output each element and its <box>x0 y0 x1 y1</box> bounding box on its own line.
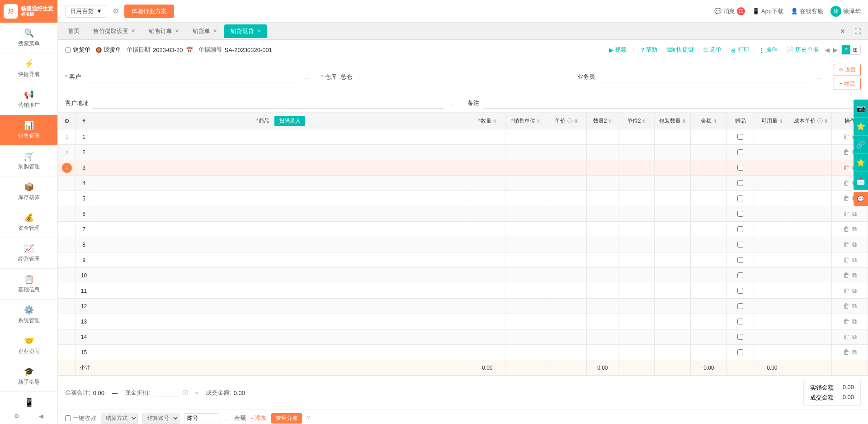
copy-icon[interactable]: ⧉ <box>852 302 857 310</box>
gift-checkbox[interactable] <box>737 349 743 355</box>
copy-icon[interactable]: ⧉ <box>852 241 857 248</box>
expense-split-button[interactable]: 费用分摊 <box>271 413 302 424</box>
sort-icon[interactable]: ⇅ <box>493 119 496 124</box>
sidebar-item-enterprise[interactable]: 🤝 企业协同 <box>0 330 57 361</box>
account-no-input[interactable] <box>184 413 220 423</box>
print-action[interactable]: 🖨 打印 <box>728 44 752 55</box>
info-icon[interactable]: ⓘ <box>183 389 188 397</box>
sort-icon[interactable]: ⇅ <box>713 119 717 124</box>
gift-checkbox[interactable] <box>737 134 743 140</box>
td-unit-price[interactable] <box>546 129 587 145</box>
td-amount[interactable] <box>691 145 727 160</box>
delete-icon[interactable]: 🗑 <box>843 302 849 310</box>
sidebar-item-operations[interactable]: 📈 经营管理 <box>0 238 57 269</box>
tab-sales-return[interactable]: 销货退货 ✕ <box>224 24 267 38</box>
sidebar-settings-icon[interactable]: ⚙ <box>14 413 19 419</box>
sort-icon[interactable]: ⇅ <box>779 119 783 124</box>
info-icon[interactable]: ? <box>307 415 310 421</box>
td-pack-qty[interactable] <box>655 160 691 176</box>
tab-price-settings[interactable]: 售价提取设置 ✕ <box>87 24 142 38</box>
one-key-payment-checkbox[interactable] <box>65 415 71 421</box>
sidebar-item-search[interactable]: 🔍 搜索菜单 <box>0 23 57 53</box>
delete-icon[interactable]: 🗑 <box>843 164 849 172</box>
td-available[interactable] <box>754 145 790 160</box>
td-amount[interactable] <box>691 129 727 145</box>
cash-discount-input[interactable] <box>153 389 180 396</box>
gift-checkbox[interactable] <box>737 242 743 248</box>
td-quantity2[interactable] <box>587 160 618 176</box>
sidebar-item-system[interactable]: ⚙️ 系统管理 <box>0 300 57 330</box>
td-product[interactable] <box>92 145 469 160</box>
tab-sales-order[interactable]: 销售订单 ✕ <box>142 24 185 38</box>
delete-icon[interactable]: 🗑 <box>843 348 849 356</box>
delete-icon[interactable]: 🗑 <box>843 210 849 218</box>
delete-icon[interactable]: 🗑 <box>843 333 849 341</box>
customer-select-btn[interactable]: ... <box>302 74 312 81</box>
warehouse-select-btn[interactable]: ... <box>356 74 366 81</box>
account-select[interactable]: 结算账号 <box>142 413 179 424</box>
td-quantity2[interactable] <box>587 129 618 145</box>
shortcuts-action[interactable]: ⌨ 快捷键 <box>664 44 697 55</box>
radio-delivery-input[interactable] <box>65 47 71 53</box>
gift-checkbox[interactable] <box>737 165 743 171</box>
window-close-button[interactable]: ✕ <box>836 27 849 36</box>
video-action[interactable]: ▶ 视频 <box>606 44 629 55</box>
delete-icon[interactable]: 🗑 <box>843 148 849 156</box>
nav-next-icon[interactable]: ▶ <box>833 47 838 53</box>
sort-icon[interactable]: ⇅ <box>824 119 828 124</box>
tab-home[interactable]: 首页 <box>61 24 86 38</box>
copy-icon[interactable]: ⧉ <box>852 348 857 356</box>
table-gear-icon[interactable]: ⚙ <box>64 118 70 124</box>
sidebar-item-shortcut[interactable]: ⚡ 快捷导航 <box>0 53 57 84</box>
delete-icon[interactable]: 🗑 <box>843 195 849 202</box>
delete-icon[interactable]: 🗑 <box>843 272 849 279</box>
delete-icon[interactable]: 🗑 <box>843 179 849 187</box>
td-quantity[interactable] <box>469 160 505 176</box>
td-pack-qty[interactable] <box>655 145 691 160</box>
customer-input[interactable] <box>85 71 298 82</box>
copy-icon[interactable]: ⧉ <box>852 256 857 264</box>
sidebar-item-marketing[interactable]: 📢 营销推广 <box>0 84 57 115</box>
sort-icon[interactable]: ⇅ <box>642 119 646 124</box>
gift-checkbox[interactable] <box>737 195 743 201</box>
help-action[interactable]: ? 帮助 <box>638 44 660 55</box>
notes-input[interactable] <box>483 98 861 109</box>
tab-close-icon[interactable]: ✕ <box>175 28 179 34</box>
star-icon-button[interactable]: ⭐ <box>854 118 868 136</box>
address-input[interactable] <box>92 98 444 109</box>
td-sales-unit[interactable] <box>505 145 546 160</box>
nav-prev-icon[interactable]: ◀ <box>825 47 830 53</box>
sidebar-collapse-icon[interactable]: ◀ <box>39 413 43 419</box>
sidebar-item-appstore[interactable]: 📱 应用中心 <box>0 392 57 408</box>
gift-checkbox[interactable] <box>737 149 743 155</box>
mail-icon-button[interactable]: 📩 <box>854 172 868 190</box>
link-icon-button[interactable]: 🔗 <box>854 136 868 154</box>
copy-icon[interactable]: ⧉ <box>852 318 857 325</box>
window-maximize-button[interactable]: ⛶ <box>851 27 864 36</box>
calendar-icon[interactable]: 📅 <box>186 47 193 53</box>
tab-close-icon[interactable]: ✕ <box>213 28 217 34</box>
scan-button[interactable]: 扫码录入 <box>274 116 305 126</box>
app-download[interactable]: 📱 App下载 <box>752 7 783 15</box>
delete-icon[interactable]: 🗑 <box>843 318 849 325</box>
address-select-btn[interactable]: ... <box>448 100 458 107</box>
td-unit2[interactable] <box>618 129 655 145</box>
sort-icon[interactable]: ⇅ <box>574 119 578 124</box>
gift-checkbox[interactable] <box>737 288 743 294</box>
gift-checkbox[interactable] <box>737 303 743 309</box>
operations-action[interactable]: ⋮ 操作 <box>756 44 780 55</box>
radio-return-input[interactable] <box>96 47 102 53</box>
settings-button[interactable]: ⚙ 设置 <box>834 64 861 76</box>
td-product[interactable] <box>92 160 469 176</box>
td-product[interactable] <box>92 129 469 145</box>
td-cost-price[interactable] <box>790 160 832 176</box>
chat-button[interactable]: 💬 <box>854 192 868 206</box>
sidebar-item-inventory[interactable]: 📦 库存核算 <box>0 176 57 207</box>
online-service[interactable]: 👤 在线客服 <box>791 7 823 15</box>
salesperson-select-btn[interactable]: ... <box>814 74 825 81</box>
product-input[interactable] <box>96 164 465 171</box>
sidebar-item-guide[interactable]: 🎓 新手引导 <box>0 361 57 392</box>
gift-checkbox[interactable] <box>737 226 743 232</box>
industry-select[interactable]: 日用百货 ▼ <box>65 5 107 18</box>
tab-close-icon[interactable]: ✕ <box>131 28 135 34</box>
